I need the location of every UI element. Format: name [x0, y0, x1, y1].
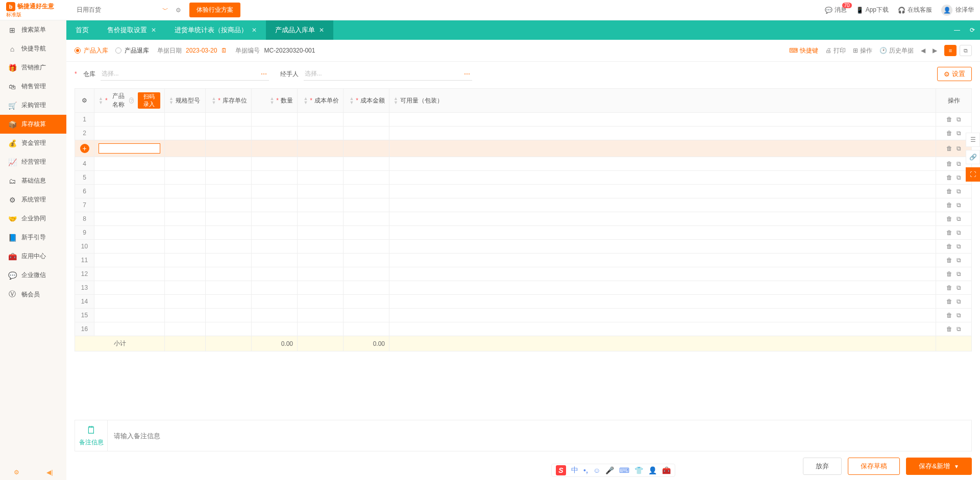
service-button[interactable]: 🎧 在线客服 [898, 6, 932, 14]
try-plan-button[interactable]: 体验行业方案 [189, 3, 240, 17]
cell[interactable] [298, 157, 344, 171]
delete-row-icon[interactable]: 🗑 [946, 243, 952, 250]
sort-icon[interactable]: ▲▼ [99, 96, 103, 105]
cell[interactable] [298, 322, 344, 336]
sidebar-item[interactable]: 📈经营管理 [0, 153, 66, 171]
cell[interactable] [389, 157, 936, 171]
cell[interactable] [165, 185, 206, 198]
delete-row-icon[interactable]: 🗑 [946, 257, 952, 264]
delete-row-icon[interactable]: 🗑 [946, 160, 952, 167]
cell[interactable] [389, 281, 936, 295]
cell[interactable] [252, 212, 298, 226]
delete-row-icon[interactable]: 🗑 [946, 215, 952, 222]
sidebar-settings-icon[interactable]: ⚙ [0, 465, 33, 480]
copy-row-icon[interactable]: ⧉ [957, 160, 961, 167]
product-name-input[interactable] [99, 143, 160, 154]
more-icon[interactable]: ⋯ [464, 70, 471, 78]
cell[interactable] [389, 171, 936, 185]
handler-field[interactable]: 经手人 选择... ⋯ [280, 67, 472, 81]
sidebar-item[interactable]: 🛒采购管理 [0, 96, 66, 115]
add-row-button[interactable]: + [80, 144, 89, 153]
cell[interactable] [206, 171, 252, 185]
doc-date[interactable]: 单据日期 2023-03-20 🗓 [157, 46, 227, 55]
cell[interactable] [298, 171, 344, 185]
tab[interactable]: 首页 [66, 20, 98, 40]
ime-smile-icon[interactable]: ☺ [593, 466, 600, 474]
sort-icon[interactable]: ▲▼ [303, 96, 308, 105]
cell[interactable] [165, 240, 206, 254]
cell[interactable] [165, 226, 206, 240]
sort-icon[interactable]: ▲▼ [270, 96, 274, 105]
table-row[interactable]: 5🗑⧉ [75, 171, 972, 185]
cell[interactable] [389, 212, 936, 226]
cell[interactable] [165, 212, 206, 226]
cell[interactable] [344, 185, 389, 198]
table-row[interactable]: 13🗑⧉ [75, 281, 972, 295]
cell[interactable] [252, 157, 298, 171]
cell[interactable] [165, 113, 206, 127]
sidebar-item[interactable]: 🛍销售管理 [0, 77, 66, 96]
cell[interactable] [252, 240, 298, 254]
delete-row-icon[interactable]: 🗑 [946, 145, 952, 152]
copy-row-icon[interactable]: ⧉ [957, 145, 961, 152]
delete-row-icon[interactable]: 🗑 [946, 325, 952, 333]
table-row[interactable]: 12🗑⧉ [75, 267, 972, 281]
cell[interactable] [298, 267, 344, 281]
cell[interactable] [94, 267, 165, 281]
history-button[interactable]: 🕑 历史单据 [879, 46, 914, 55]
cell[interactable] [94, 157, 165, 171]
cell[interactable] [389, 127, 936, 140]
cell[interactable] [389, 295, 936, 309]
delete-row-icon[interactable]: 🗑 [946, 174, 952, 181]
ime-tools-icon[interactable]: 🧰 [662, 466, 671, 474]
cell[interactable] [344, 295, 389, 309]
copy-row-icon[interactable]: ⧉ [957, 243, 961, 250]
delete-row-icon[interactable]: 🗑 [946, 312, 952, 319]
close-icon[interactable]: ✕ [151, 27, 156, 34]
copy-row-icon[interactable]: ⧉ [957, 325, 961, 333]
cell[interactable] [298, 113, 344, 127]
delete-row-icon[interactable]: 🗑 [946, 270, 952, 277]
col-amount[interactable]: ▲▼*成本金额 [344, 89, 389, 113]
scan-input-tag[interactable]: 扫码录入 [138, 92, 160, 109]
cell[interactable] [389, 309, 936, 322]
cell[interactable] [206, 198, 252, 212]
ime-user-icon[interactable]: 👤 [648, 466, 657, 474]
cell[interactable] [165, 140, 206, 157]
sidebar-item[interactable]: 🗂基础信息 [0, 171, 66, 190]
cell[interactable] [344, 267, 389, 281]
cell[interactable] [206, 309, 252, 322]
copy-row-icon[interactable]: ⧉ [957, 188, 961, 195]
edge-tool-attachment[interactable]: 🔗 [966, 150, 980, 164]
cell[interactable] [165, 281, 206, 295]
edge-tool-1[interactable]: ☰ [966, 133, 980, 147]
table-row[interactable]: 2🗑⧉ [75, 127, 972, 140]
cell[interactable] [344, 240, 389, 254]
sidebar-item[interactable]: 💬企业微信 [0, 266, 66, 285]
sidebar-item[interactable]: 📘新手引导 [0, 228, 66, 247]
cell[interactable] [252, 127, 298, 140]
ime-skin-icon[interactable]: 👕 [634, 466, 643, 474]
sidebar-item[interactable]: ⊞搜索菜单 [0, 20, 66, 39]
more-icon[interactable]: ⋯ [261, 70, 268, 78]
cell[interactable] [344, 281, 389, 295]
user-menu[interactable]: 👤 徐泽华 [941, 5, 974, 16]
cell[interactable] [252, 281, 298, 295]
prev-doc-button[interactable]: ◀ [921, 47, 925, 54]
cell[interactable] [252, 171, 298, 185]
copy-row-icon[interactable]: ⧉ [957, 270, 961, 277]
col-price[interactable]: ▲▼*成本单价 [298, 89, 344, 113]
sort-icon[interactable]: ▲▼ [349, 96, 354, 105]
cell[interactable] [344, 212, 389, 226]
sidebar-item[interactable]: 🎁营销推广 [0, 58, 66, 77]
delete-row-icon[interactable]: 🗑 [946, 116, 952, 123]
table-row[interactable]: 4🗑⧉ [75, 157, 972, 171]
cell[interactable] [206, 226, 252, 240]
save-and-new-button[interactable]: 保存&新增 ▼ [906, 458, 972, 475]
radio-product-out[interactable]: 产品退库 [115, 46, 149, 55]
cell[interactable] [344, 226, 389, 240]
cell[interactable] [344, 171, 389, 185]
tabs-refresh-icon[interactable]: ⟳ [965, 27, 980, 34]
cell[interactable] [94, 185, 165, 198]
cell[interactable] [165, 267, 206, 281]
